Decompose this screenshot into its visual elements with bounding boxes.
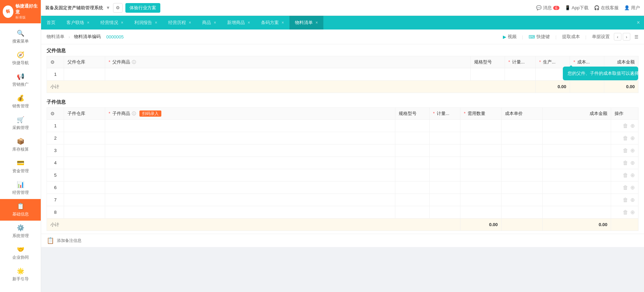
parent-spec-1[interactable] [471,68,505,81]
tab-bom[interactable]: 物料清单 × [289,16,323,30]
child-qty-1[interactable] [460,120,501,132]
sidebar-item-guide[interactable]: 🌟 新手引导 [0,264,41,285]
settings-button[interactable]: ⚙ [113,3,123,13]
child-warehouse-5[interactable] [64,169,105,182]
child-unit-cost-3[interactable] [501,144,543,157]
tab-customer-close[interactable]: × [87,20,89,25]
tab-home[interactable]: 首页 [41,16,61,30]
child-qty-8[interactable] [460,206,501,219]
app-download-button[interactable]: 📱 App下载 [565,5,589,11]
trial-button[interactable]: 体验行业方案 [125,3,160,13]
delete-icon-1[interactable]: 🗑 [623,123,628,129]
child-unit-cost-1[interactable] [501,120,543,132]
sidebar-item-inventory[interactable]: 📦 库存核算 [0,134,41,156]
columns-button[interactable]: ☰ [634,34,639,39]
tab-add-product[interactable]: 新增商品 × [222,16,256,30]
delete-icon-7[interactable]: 🗑 [623,197,628,203]
child-qty-3[interactable] [460,144,501,157]
child-unit-8[interactable] [430,206,460,219]
child-product-7[interactable] [105,194,395,206]
child-product-5[interactable] [105,169,395,182]
copy-icon-3[interactable]: ⊕ [630,147,635,154]
copy-icon-1[interactable]: ⊕ [630,122,635,129]
tab-add-product-close[interactable]: × [248,20,250,25]
copy-icon-6[interactable]: ⊕ [630,184,635,191]
sidebar-item-enterprise[interactable]: 🤝 企业协同 [0,242,41,264]
product-info-icon[interactable]: ⓘ [132,60,136,65]
sidebar-item-sales[interactable]: 💰 销售管理 [0,91,41,113]
child-unit-cost-8[interactable] [501,206,543,219]
child-qty-4[interactable] [460,157,501,169]
copy-icon-8[interactable]: ⊕ [630,209,635,215]
copy-icon-7[interactable]: ⊕ [630,197,635,203]
sidebar-item-quick-nav[interactable]: 🧭 快捷导航 [0,48,41,69]
sidebar-item-operation[interactable]: 📊 经营管理 [0,177,41,199]
scan-button[interactable]: 扫码录入 [139,110,161,117]
parent-unit-1[interactable] [505,68,536,81]
tab-operation-status[interactable]: 经营情况 × [95,16,129,30]
online-service-button[interactable]: 🎧 在线客服 [594,5,619,11]
view-action[interactable]: ▶ 视频 [503,34,517,40]
child-unit-cost-7[interactable] [501,194,543,206]
child-unit-cost-5[interactable] [501,169,543,182]
child-product-2[interactable] [105,132,395,144]
parent-product-1[interactable] [105,68,471,81]
child-unit-cost-4[interactable] [501,157,543,169]
extract-cost-action[interactable]: 提取成本 [562,34,580,40]
child-spec-2[interactable] [395,132,430,144]
next-button[interactable]: › [623,33,630,40]
child-product-8[interactable] [105,206,395,219]
child-warehouse-3[interactable] [64,144,105,157]
child-qty-7[interactable] [460,194,501,206]
delete-icon-4[interactable]: 🗑 [623,160,628,166]
copy-icon-5[interactable]: ⊕ [630,172,635,178]
tab-op-status-close[interactable]: × [121,20,123,25]
child-qty-2[interactable] [460,132,501,144]
tab-product[interactable]: 商品 × [197,16,222,30]
tab-profit[interactable]: 利润报告 × [129,16,163,30]
child-unit-4[interactable] [430,157,460,169]
copy-icon-4[interactable]: ⊕ [630,160,635,166]
sidebar-item-finance[interactable]: 💳 资金管理 [0,156,41,177]
child-product-3[interactable] [105,144,395,157]
sidebar-item-basic-info[interactable]: 📋 基础信息 [0,199,41,221]
copy-icon-2[interactable]: ⊕ [630,135,635,141]
child-col-settings[interactable]: ⚙ [47,108,64,120]
child-product-info-icon[interactable]: ⓘ [132,111,136,116]
tab-profit-close[interactable]: × [155,20,157,25]
child-qty-6[interactable] [460,182,501,194]
sidebar-logo[interactable]: 畅 畅捷通好生意 标准版 [0,0,41,23]
shortcut-action[interactable]: ⌨ 快捷键 [529,34,550,40]
tab-op-history-close[interactable]: × [189,20,191,25]
prev-button[interactable]: ‹ [614,33,621,40]
child-warehouse-2[interactable] [64,132,105,144]
sidebar-item-marketing[interactable]: 📢 营销推广 [0,69,41,91]
child-unit-1[interactable] [430,120,460,132]
parent-warehouse-1[interactable] [64,68,105,81]
child-unit-5[interactable] [430,169,460,182]
tab-bom-close[interactable]: × [315,20,318,25]
delete-icon-5[interactable]: 🗑 [623,172,628,178]
sidebar-item-purchase[interactable]: 🛒 采购管理 [0,113,41,134]
child-spec-3[interactable] [395,144,430,157]
child-product-1[interactable] [105,120,395,132]
child-unit-2[interactable] [430,132,460,144]
child-product-6[interactable] [105,182,395,194]
child-spec-4[interactable] [395,157,430,169]
child-warehouse-8[interactable] [64,206,105,219]
child-spec-1[interactable] [395,120,430,132]
system-dropdown-arrow[interactable]: ▼ [106,5,110,10]
child-warehouse-7[interactable] [64,194,105,206]
nav-close-all[interactable]: × [635,20,641,26]
child-spec-5[interactable] [395,169,430,182]
child-unit-6[interactable] [430,182,460,194]
child-spec-6[interactable] [395,182,430,194]
parent-col-settings[interactable]: ⚙ [47,56,64,68]
child-unit-7[interactable] [430,194,460,206]
child-product-4[interactable] [105,157,395,169]
delete-icon-8[interactable]: 🗑 [623,209,628,215]
child-unit-cost-2[interactable] [501,132,543,144]
child-qty-5[interactable] [460,169,501,182]
child-unit-cost-6[interactable] [501,182,543,194]
sidebar-item-search[interactable]: 🔍 搜索菜单 [0,26,41,48]
